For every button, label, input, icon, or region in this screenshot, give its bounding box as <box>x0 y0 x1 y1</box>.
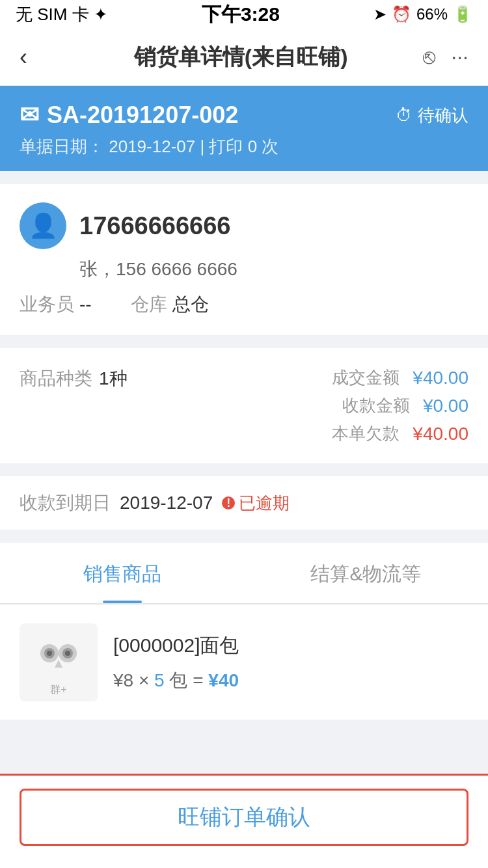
product-info: [0000002]面包 ¥8 × 5 包 = ¥40 <box>113 632 468 693</box>
product-name: [0000002]面包 <box>113 632 468 659</box>
battery-level: 66% <box>416 5 448 23</box>
order-id: ✉ SA-20191207-002 <box>20 102 238 129</box>
tab-sales-products[interactable]: 销售商品 <box>0 543 244 603</box>
product-type-value: 1种 <box>99 366 128 391</box>
amounts-section: 成交金额 ¥40.00 收款金额 ¥0.00 本单欠款 ¥40.00 <box>332 366 468 445</box>
product-item: 群+ [0000002]面包 ¥8 × 5 包 = ¥40 <box>0 605 488 720</box>
product-type-label: 商品种类 <box>20 366 92 391</box>
status-icons: ➤ ⏰ 66% 🔋 <box>373 5 472 23</box>
order-icon: ✉ <box>20 102 39 129</box>
product-type-section: 商品种类 1种 <box>20 366 128 391</box>
customer-name: 张，156 6666 6666 <box>20 257 468 282</box>
date-value: 2019-12-07 <box>109 137 195 156</box>
received-amount-row: 收款金额 ¥0.00 <box>342 394 468 417</box>
product-logo: 群+ <box>33 629 85 697</box>
confirm-order-button[interactable]: 旺铺订单确认 <box>20 789 468 846</box>
overdue-badge: ! 已逾期 <box>222 492 290 515</box>
deal-amount-label: 成交金额 <box>332 366 400 389</box>
avatar: 👤 <box>20 202 66 249</box>
date-label: 单据日期： <box>20 137 104 156</box>
sales-label: 业务员 <box>20 292 74 317</box>
product-list: 群+ [0000002]面包 ¥8 × 5 包 = ¥40 <box>0 605 488 720</box>
deal-amount-value: ¥40.00 <box>413 368 468 388</box>
price-qty: 5 <box>154 670 165 690</box>
back-button[interactable]: ‹ <box>20 44 59 71</box>
confirm-button-label: 旺铺订单确认 <box>178 802 310 832</box>
battery-icon: 🔋 <box>453 5 472 23</box>
page-title: 销货单详情(来自旺铺) <box>134 42 348 72</box>
overdue-dot-icon: ! <box>222 496 235 509</box>
price-equals: = <box>193 670 208 690</box>
status-bar: 无 SIM 卡 ✦ 下午3:28 ➤ ⏰ 66% 🔋 <box>0 0 488 29</box>
tab-sales-label: 销售商品 <box>83 563 161 584</box>
order-header: ✉ SA-20191207-002 ⏱ 待确认 单据日期： 2019-12-07… <box>0 86 488 171</box>
share-icon[interactable]: ⎋ <box>423 45 435 69</box>
status-clock-icon: ⏱ <box>396 105 413 126</box>
balance-row: 本单欠款 ¥40.00 <box>332 422 468 445</box>
due-date-value: 2019-12-07 <box>120 493 213 513</box>
order-date: 单据日期： 2019-12-07 | 打印 0 次 <box>20 135 468 158</box>
nav-actions: ⎋ ··· <box>423 45 468 69</box>
sales-value: -- <box>79 294 92 315</box>
print-count: 0 <box>248 137 257 156</box>
price-unit: 包 <box>169 670 187 690</box>
customer-phone: 17666666666 <box>79 212 230 240</box>
customer-meta: 业务员 -- 仓库 总仓 <box>20 292 468 317</box>
sales-meta: 业务员 -- <box>20 292 92 317</box>
nav-bar: ‹ 销货单详情(来自旺铺) ⎋ ··· <box>0 29 488 86</box>
owl-logo-svg <box>33 629 85 681</box>
deal-amount-row: 成交金额 ¥40.00 <box>332 366 468 389</box>
order-status: ⏱ 待确认 <box>396 104 468 127</box>
avatar-icon: 👤 <box>29 212 58 239</box>
svg-point-4 <box>47 651 52 656</box>
svg-marker-6 <box>55 660 62 668</box>
due-date-section: 收款到期日 2019-12-07 ! 已逾期 <box>0 476 488 530</box>
more-icon[interactable]: ··· <box>451 45 468 69</box>
product-thumbnail: 群+ <box>20 623 98 701</box>
svg-point-5 <box>65 651 70 656</box>
balance-label: 本单欠款 <box>332 422 400 445</box>
overdue-text: 已逾期 <box>239 492 290 515</box>
status-time: 下午3:28 <box>202 1 280 28</box>
tab-settlement-label: 结算&物流等 <box>310 563 421 584</box>
balance-value: ¥40.00 <box>413 424 468 444</box>
tab-settlement[interactable]: 结算&物流等 <box>244 543 488 603</box>
received-value: ¥0.00 <box>423 396 468 416</box>
confirm-button-wrapper: 旺铺订单确认 <box>0 774 488 868</box>
status-text: 待确认 <box>418 104 468 127</box>
warehouse-value: 总仓 <box>172 292 209 317</box>
status-carrier: 无 SIM 卡 ✦ <box>16 3 108 26</box>
price-value: ¥8 <box>113 670 133 690</box>
order-summary: 商品种类 1种 成交金额 ¥40.00 收款金额 ¥0.00 本单欠款 ¥40.… <box>0 348 488 463</box>
tabs: 销售商品 结算&物流等 <box>0 543 488 604</box>
customer-section: 👤 17666666666 张，156 6666 6666 业务员 -- 仓库 … <box>0 184 488 335</box>
product-price: ¥8 × 5 包 = ¥40 <box>113 668 468 693</box>
received-label: 收款金额 <box>342 394 410 417</box>
order-id-value: SA-20191207-002 <box>47 102 238 129</box>
print-unit: 次 <box>262 137 278 156</box>
warehouse-meta: 仓库 总仓 <box>131 292 209 317</box>
price-total: ¥40 <box>208 670 239 690</box>
warehouse-label: 仓库 <box>131 292 167 317</box>
price-multiply: × <box>139 670 154 690</box>
due-label: 收款到期日 <box>20 491 111 515</box>
alarm-icon: ⏰ <box>392 5 411 23</box>
location-icon: ➤ <box>373 5 386 23</box>
print-label: | 打印 <box>200 137 243 156</box>
